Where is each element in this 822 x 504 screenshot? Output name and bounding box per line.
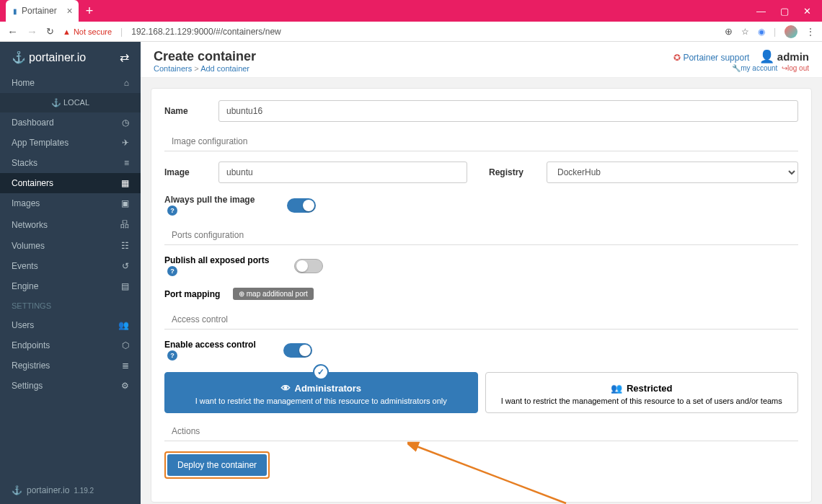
access-card-administrators[interactable]: ✓ 👁 Administrators I want to restrict th… [164, 372, 478, 413]
sidebar-item-users[interactable]: Users👥 [0, 315, 141, 335]
tachometer-icon: ◷ [122, 118, 129, 128]
back-icon[interactable]: ← [7, 25, 18, 37]
logout-icon: ↪ [782, 64, 787, 72]
volumes-icon: ☷ [121, 241, 129, 251]
sidebar-item-dashboard[interactable]: Dashboard◷ [0, 112, 141, 133]
deploy-highlight-annotation: Deploy the container [164, 451, 270, 479]
access-card-title: Restricted [627, 383, 673, 394]
maximize-icon[interactable]: ▢ [780, 6, 789, 17]
portainer-logo-icon: ⚓ [12, 485, 22, 495]
access-card-restricted[interactable]: 👥 Restricted I want to restrict the mana… [485, 372, 799, 413]
breadcrumb: Containers > Add container [154, 64, 256, 73]
log-out-link[interactable]: log out [787, 64, 809, 72]
image-input[interactable] [218, 162, 467, 183]
map-additional-port-button[interactable]: ⊕ map additional port [233, 288, 314, 300]
footer-logo-text: portainer.io [27, 485, 69, 495]
portainer-logo-icon: ⚓ [12, 50, 26, 64]
close-window-icon[interactable]: ✕ [803, 6, 811, 17]
plug-icon: ⬡ [122, 340, 129, 350]
logo-text: portainer.io [29, 51, 86, 64]
sidebar-item-app-templates[interactable]: App Templates✈ [0, 133, 141, 153]
reload-icon[interactable]: ↻ [46, 26, 54, 37]
sidebar-section-settings: SETTINGS [0, 296, 141, 315]
engine-icon: ▤ [121, 281, 129, 291]
sidebar: ⚓portainer.io ⇄ Home ⌂ ⚓ LOCAL Dashboard… [0, 42, 141, 504]
collapse-sidebar-icon[interactable]: ⇄ [120, 50, 129, 64]
menu-icon[interactable]: ⋮ [806, 27, 815, 37]
history-icon: ↺ [122, 261, 129, 271]
home-icon: ⌂ [124, 78, 129, 88]
publish-ports-label: Publish all exposed ports ? [164, 255, 280, 276]
profile-avatar-icon[interactable] [785, 25, 797, 38]
name-input[interactable] [218, 100, 798, 122]
sidebar-item-registries[interactable]: Registries≣ [0, 355, 141, 376]
image-label: Image [164, 167, 218, 177]
access-card-title: Administrators [295, 383, 361, 394]
sidebar-item-stacks[interactable]: Stacks≡ [0, 153, 141, 173]
registry-select[interactable]: DockerHub [547, 162, 798, 183]
user-circle-icon: 👤 [759, 49, 774, 64]
page-title: Create container [154, 49, 256, 64]
page-header: Create container Containers > Add contai… [141, 42, 822, 78]
check-icon: ✓ [313, 364, 329, 380]
tab-favicon: ▮ [13, 7, 17, 15]
my-account-link[interactable]: my account [741, 64, 777, 72]
enable-access-label: Enable access control ? [164, 340, 269, 361]
chrome-icon[interactable]: ◉ [758, 27, 765, 37]
eye-slash-icon: 👁 [281, 383, 291, 394]
breadcrumb-separator: > [194, 64, 198, 73]
main-content: Create container Containers > Add contai… [141, 42, 822, 504]
sidebar-item-endpoints[interactable]: Endpoints⬡ [0, 335, 141, 355]
url-text[interactable]: 192.168.21.129:9000/#/containers/new [131, 27, 281, 37]
sidebar-item-images[interactable]: Images▣ [0, 193, 141, 213]
sidebar-footer: ⚓ portainer.io 1.19.2 [0, 477, 141, 504]
sidebar-item-label: Endpoints [12, 340, 50, 350]
sidebar-item-label: Dashboard [12, 118, 54, 128]
new-tab-button[interactable]: + [86, 4, 94, 19]
access-card-desc: I want to restrict the management of thi… [177, 397, 466, 405]
sidebar-item-containers[interactable]: Containers▦ [0, 173, 141, 193]
networks-icon: 品 [120, 218, 129, 231]
search-icon[interactable]: ⊕ [725, 26, 733, 37]
user-name: admin [777, 50, 809, 63]
deploy-container-button[interactable]: Deploy the container [167, 454, 267, 476]
not-secure-warning: ▲ Not secure [63, 27, 112, 36]
version-text: 1.19.2 [74, 487, 94, 495]
always-pull-toggle[interactable] [287, 198, 316, 213]
breadcrumb-containers[interactable]: Containers [154, 64, 192, 73]
rocket-icon: ✈ [122, 138, 129, 148]
form-panel: Name Image configuration Image Registry … [151, 88, 812, 503]
lifebuoy-icon: ✪ [673, 53, 681, 63]
sidebar-item-networks[interactable]: Networks品 [0, 213, 141, 236]
sidebar-item-label: Containers [12, 178, 53, 188]
help-icon[interactable]: ? [167, 205, 177, 216]
access-card-desc: I want to restrict the management of thi… [498, 397, 787, 405]
plus-icon: ⊕ [239, 290, 244, 298]
close-tab-icon[interactable]: × [67, 5, 73, 17]
forward-icon[interactable]: → [27, 25, 37, 37]
section-access-control: Access control [164, 311, 798, 330]
help-icon[interactable]: ? [167, 266, 177, 276]
enable-access-toggle[interactable] [283, 343, 312, 358]
sidebar-item-label: App Templates [12, 138, 68, 148]
browser-address-bar: ← → ↻ ▲ Not secure | 192.168.21.129:9000… [0, 22, 822, 42]
wrench-icon: 🔧 [732, 64, 741, 72]
sidebar-local-header: ⚓ LOCAL [0, 93, 141, 112]
sidebar-item-settings[interactable]: Settings⚙ [0, 376, 141, 396]
sidebar-item-label: Events [12, 261, 38, 271]
sidebar-item-volumes[interactable]: Volumes☷ [0, 236, 141, 256]
sidebar-item-label: Images [12, 198, 40, 208]
sidebar-item-label: Stacks [12, 158, 37, 168]
help-icon[interactable]: ? [167, 350, 177, 361]
minimize-icon[interactable]: — [756, 6, 766, 17]
browser-tab[interactable]: ▮ Portainer × [6, 0, 79, 22]
sidebar-item-events[interactable]: Events↺ [0, 256, 141, 276]
containers-icon: ▦ [121, 178, 129, 188]
sidebar-item-engine[interactable]: Engine▤ [0, 276, 141, 296]
support-link[interactable]: Portainer support [683, 53, 749, 63]
star-icon[interactable]: ☆ [741, 27, 749, 37]
sidebar-item-home[interactable]: Home ⌂ [0, 73, 141, 93]
publish-ports-toggle[interactable] [294, 259, 323, 273]
registry-label: Registry [489, 167, 547, 177]
sidebar-item-label: Home [12, 78, 35, 88]
